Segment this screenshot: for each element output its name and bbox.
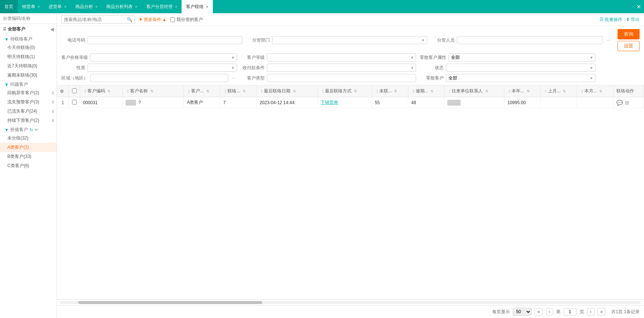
sort-contact-icon[interactable]: ⇅ [243,89,246,93]
settings-icon[interactable]: ⚙ [60,89,64,94]
next-page-btn[interactable]: › [587,308,594,315]
phone-label: 电话号码 [61,37,85,43]
customer-type-input[interactable] [267,74,416,82]
sidebar-item-c-class[interactable]: C类客户(6) [0,161,57,170]
value-customer-group[interactable]: ▼ 价值客户 ↻ ✏ [0,125,57,134]
dept-select-wrap: ▼ [272,36,427,44]
nav-tab-customer-contact[interactable]: 客户联络 × [182,0,212,13]
chat-icon[interactable]: 💬 [616,100,623,106]
phone-input[interactable] [87,36,242,44]
sidebar-item-churn-warning[interactable]: 流失预警客户(3) ℹ [0,98,57,107]
close-all-tabs[interactable]: ✕ [636,3,641,10]
refresh-icon[interactable]: ↻ [29,127,33,132]
sidebar-search-input[interactable] [3,16,57,21]
sidebar-item-churned[interactable]: 已流失客户(24) ℹ [0,107,57,116]
scrollbar-thumb[interactable] [78,301,262,304]
nav-tab-home[interactable]: 首页 [0,0,18,13]
sort-name-icon[interactable]: ⇅ [150,89,153,93]
sidebar-item-overdue[interactable]: 逾期未联络(30) [0,71,57,80]
last-way-link[interactable]: 下销货单 [321,100,338,105]
all-customers-header[interactable]: ⠿ 全部客户 ◀ [0,24,57,35]
col-checkbox [69,85,80,97]
last-page-btn[interactable]: » [597,308,606,315]
sort-uncontacted-icon[interactable]: ⇅ [394,89,397,93]
sidebar-item-a-class[interactable]: A类客户(1) [0,143,57,152]
collapse-sidebar-icon[interactable]: ◀ [50,27,54,32]
more-conditions-btn[interactable]: ▼ 更多条件 ▲ [139,17,167,23]
close-purchase-tab[interactable]: × [64,4,66,9]
edit-group-icon[interactable]: ✏ [35,127,39,132]
scatter-customer-select[interactable]: 全部 [446,74,595,82]
nature-label: 性质 [61,65,85,71]
row-checkbox[interactable] [72,100,77,105]
customer-level-select[interactable] [267,53,416,61]
sort-year-icon[interactable]: ⇅ [527,89,530,93]
nav-tab-purchase[interactable]: 进货单 × [44,0,71,13]
col-type: ：客户... ⇅ [184,85,220,97]
row-last-way: 下销货单 [318,97,372,108]
close-customer-layer-tab[interactable]: × [175,4,177,9]
sort-way-icon[interactable]: ⇅ [354,89,357,93]
sidebar-item-b-class[interactable]: B类客户(33) [0,152,57,161]
setting-button[interactable]: 设置 [618,41,640,51]
sort-person-icon[interactable]: ⇅ [485,89,488,93]
prev-page-btn[interactable]: ‹ [546,308,553,315]
status-select[interactable] [446,64,595,72]
region-input[interactable] [90,74,228,82]
sort-overdue-icon[interactable]: ⇅ [430,89,433,93]
sort-month-icon[interactable]: ⇅ [599,89,602,93]
row-this-year: 10995.00 [504,97,541,108]
main-layout: 🔍 ⠿ 全部客户 ◀ ▼ 待联络客户 今天待联络(0) 明天待联络(1) 近7天… [0,13,644,318]
query-button[interactable]: 查询 [618,29,640,39]
close-sales-tab[interactable]: × [37,4,40,9]
page-number-input[interactable] [564,308,577,315]
expand-icon: ▼ [4,37,9,42]
payment-label: 收付款条件 [241,65,265,71]
col-actions: 联络动作 [613,85,644,97]
export-button[interactable]: ⬆ 导出 [626,17,640,23]
sidebar-item-declining[interactable]: 持续下滑客户(2) ℹ [0,116,57,125]
sidebar-item-ungroup[interactable]: 未分组(32) [0,134,57,143]
sort-type-icon[interactable]: ⇅ [206,89,209,93]
row-contact-count: 7 [220,97,257,108]
filter-row-1: 电话号码 分管部门 ▼ 分管人员 ··· 查询 设置 [61,29,640,51]
page-size-select[interactable]: 50 10 20 100 [513,308,532,316]
batch-op-button[interactable]: ☰ 批量操作 [600,17,622,23]
nav-tab-goods-analysis-list[interactable]: 商品分析列表 × [102,0,142,13]
sort-last-month-icon[interactable]: ⇅ [563,89,566,93]
select-all-checkbox[interactable] [72,88,77,93]
sidebar-item-tomorrow[interactable]: 明天待联络(1) [0,52,57,61]
pending-contact-group[interactable]: ▼ 待联络客户 [0,35,57,43]
close-goods-analysis-tab[interactable]: × [95,4,97,9]
price-level-select[interactable] [90,53,237,61]
sidebar-item-repurchase-anomaly[interactable]: 回购异常客户(2) ℹ [0,88,57,98]
my-customers-checkbox[interactable] [170,17,175,22]
dept-select[interactable] [272,36,427,44]
nature-select[interactable] [87,64,237,72]
filter-cell-customer-type: 客户类型 [241,74,420,82]
sidebar-item-today[interactable]: 今天待联络(0) [0,43,57,52]
region-dots-btn[interactable]: ··· [230,75,237,81]
first-page-btn[interactable]: « [534,308,543,315]
main-search-icon[interactable]: 🔍 [127,17,132,22]
col-code: ：客户编码 ⇅ [80,85,123,97]
horizontal-scrollbar[interactable] [60,301,641,304]
row-this-month [577,97,613,108]
problem-customer-group[interactable]: ▼ 问题客户 [0,80,57,88]
payment-select[interactable] [267,64,416,72]
sidebar-item-7days[interactable]: 近7天待联络(0) [0,61,57,71]
nav-tab-customer-layer[interactable]: 客户分层经营 × [142,0,182,13]
manager-input[interactable] [457,36,603,44]
close-customer-contact-tab[interactable]: × [206,4,208,9]
scatter-attr-select[interactable]: 全部 [448,53,595,61]
col-settings[interactable]: ⚙ [57,85,69,97]
info-icon-2: ℹ [52,100,54,105]
qr-icon[interactable]: ⊞ [625,100,629,106]
sort-date-icon[interactable]: ⇅ [293,89,296,93]
sort-code-icon[interactable]: ⇅ [107,89,110,93]
nav-tab-sales[interactable]: 销货单 × [18,0,44,13]
nav-tab-goods-analysis[interactable]: 商品分析 × [71,0,102,13]
main-search-input[interactable] [64,17,127,22]
close-goods-analysis-list-tab[interactable]: × [135,4,137,9]
manager-dots-btn[interactable]: ··· [605,38,612,43]
